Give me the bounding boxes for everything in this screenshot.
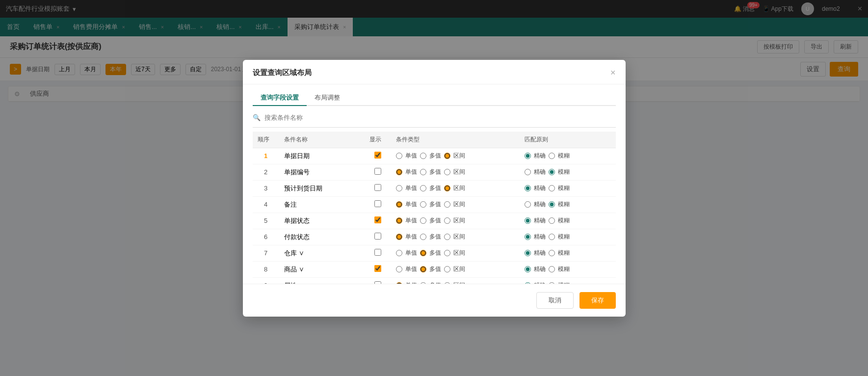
dialog-header: 设置查询区域布局 × <box>243 60 626 84</box>
dialog-close-button[interactable]: × <box>610 68 616 78</box>
dialog-tab-bar: 查询字段设置 布局调整 <box>253 84 616 106</box>
dialog-set-query-layout: 设置查询区域布局 × 查询字段设置 布局调整 🔍 <box>243 60 626 107</box>
dialog-body: 查询字段设置 布局调整 🔍 顺序 条件名称 显示 <box>243 84 626 107</box>
modal-overlay: 设置查询区域布局 × 查询字段设置 布局调整 🔍 <box>0 0 868 107</box>
dialog-tab-layout[interactable]: 布局调整 <box>307 90 348 106</box>
dialog-title: 设置查询区域布局 <box>253 68 312 78</box>
dialog-tab-query-fields[interactable]: 查询字段设置 <box>253 90 307 106</box>
